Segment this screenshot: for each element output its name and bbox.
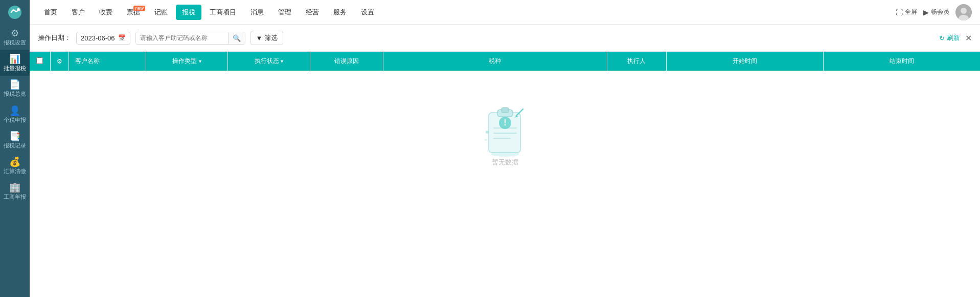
empty-state: ! 暂无数据 <box>30 71 980 198</box>
nav-kehu[interactable]: 客户 <box>65 5 91 20</box>
top-nav: 首页 客户 收费 票据 new 记账 报税 工商项目 消息 管理 经营 服务 设… <box>30 0 980 25</box>
sidebar-label: 汇算清缴 <box>4 168 26 175</box>
topnav-right: ⛶ 全屏 ▶ 畅会员 <box>896 4 972 20</box>
search-icon: 🔍 <box>233 34 241 42</box>
sidebar-label: 工商年报 <box>4 194 26 200</box>
filter-icon: ▼ <box>256 34 263 42</box>
date-label: 操作日期： <box>38 33 71 43</box>
sidebar-item-geshui-shenbao[interactable]: 👤 个税申报 <box>0 102 30 128</box>
batch-tax-icon: 📊 <box>9 54 20 63</box>
svg-point-0 <box>8 6 21 19</box>
page-content: 操作日期： 2023-06-06 📅 🔍 ▼ 筛选 ↻ 刷新 ✕ <box>30 25 980 297</box>
th-settings[interactable]: ⚙ <box>50 52 69 71</box>
close-button[interactable]: ✕ <box>965 33 972 43</box>
nav-shezhi[interactable]: 设置 <box>355 5 380 20</box>
th-zhixing-ren: 执行人 <box>607 52 666 71</box>
data-table: ⚙ 客户名称 操作类型 执行状态 错误原因 <box>30 52 980 198</box>
sidebar-label: 报税总览 <box>4 91 26 97</box>
svg-point-17 <box>485 139 487 141</box>
settlement-icon: 💰 <box>9 157 20 166</box>
empty-illustration: ! <box>480 101 531 158</box>
nav-guanli[interactable]: 管理 <box>272 5 298 20</box>
nav-piaoju[interactable]: 票据 new <box>121 5 146 20</box>
sidebar-item-baoshui-jilu[interactable]: 📑 报税记录 <box>0 128 30 153</box>
nav-xiaoxi[interactable]: 消息 <box>244 5 270 20</box>
nav-jingying[interactable]: 经营 <box>300 5 325 20</box>
table-container[interactable]: ⚙ 客户名称 操作类型 执行状态 错误原因 <box>30 52 980 297</box>
search-input[interactable] <box>136 32 228 44</box>
svg-point-16 <box>486 131 489 134</box>
user-avatar[interactable] <box>955 4 972 20</box>
refresh-button[interactable]: ↻ 刷新 <box>939 33 960 43</box>
sidebar-item-huisuan-jiaona[interactable]: 💰 汇算清缴 <box>0 153 30 179</box>
new-badge: new <box>133 6 145 11</box>
main-area: 首页 客户 收费 票据 new 记账 报税 工商项目 消息 管理 经营 服务 设… <box>30 0 980 297</box>
refresh-icon: ↻ <box>939 34 945 42</box>
settings-icon: ⚙ <box>57 58 62 65</box>
search-box: 🔍 <box>135 32 245 45</box>
search-button[interactable]: 🔍 <box>228 32 245 44</box>
th-cuowu-yuanyin: 错误原因 <box>310 52 383 71</box>
calendar-icon: 📅 <box>118 34 126 41</box>
play-icon: ▶ <box>923 8 929 16</box>
empty-text: 暂无数据 <box>492 158 518 167</box>
toolbar: 操作日期： 2023-06-06 📅 🔍 ▼ 筛选 ↻ 刷新 ✕ <box>30 25 980 52</box>
sidebar-label: 报税设置 <box>4 39 26 46</box>
nav-gongshang-xiangmu[interactable]: 工商项目 <box>203 5 242 20</box>
member-button[interactable]: ▶ 畅会员 <box>923 8 949 16</box>
nav-shoufei[interactable]: 收费 <box>93 5 119 20</box>
annual-report-icon: 🏢 <box>9 183 20 192</box>
fullscreen-icon: ⛶ <box>896 8 903 16</box>
sidebar-item-gongshang-nianbao[interactable]: 🏢 工商年报 <box>0 179 30 204</box>
th-checkbox[interactable] <box>30 52 50 71</box>
nav-jizha[interactable]: 记账 <box>148 5 174 20</box>
fullscreen-button[interactable]: ⛶ 全屏 <box>896 8 917 16</box>
filter-button[interactable]: ▼ 筛选 <box>250 31 284 45</box>
logo[interactable] <box>0 0 30 25</box>
select-all-checkbox[interactable] <box>36 57 43 64</box>
th-caozuo-leixing[interactable]: 操作类型 <box>146 52 228 71</box>
overview-icon: 📄 <box>9 80 20 89</box>
sidebar-item-baoshui-shezhi[interactable]: ⚙ 报税设置 <box>0 25 30 50</box>
th-zhixing-zhuangtai[interactable]: 执行状态 <box>228 52 310 71</box>
th-kaishi-shijian: 开始时间 <box>666 52 823 71</box>
svg-point-15 <box>491 152 519 157</box>
sidebar-label: 报税记录 <box>4 142 26 149</box>
th-shuizhong: 税种 <box>383 52 607 71</box>
svg-point-3 <box>961 8 967 14</box>
th-jieshu-shijian: 结束时间 <box>823 52 980 71</box>
sidebar-label: 个税申报 <box>4 117 26 123</box>
sidebar-item-baoshui-zonglam[interactable]: 📄 报税总览 <box>0 76 30 101</box>
nav-shouye[interactable]: 首页 <box>38 5 63 20</box>
date-value: 2023-06-06 <box>81 34 115 42</box>
date-picker[interactable]: 2023-06-06 📅 <box>76 32 130 45</box>
sidebar-label: 批量报税 <box>4 65 26 72</box>
toolbar-right: ↻ 刷新 ✕ <box>939 33 972 43</box>
records-icon: 📑 <box>9 132 20 141</box>
personal-tax-icon: 👤 <box>9 106 20 115</box>
sidebar-item-piliang-baoshui[interactable]: 📊 批量报税 <box>0 50 30 76</box>
nav-baoshui[interactable]: 报税 <box>176 5 201 20</box>
svg-rect-7 <box>502 108 509 113</box>
nav-fuwu[interactable]: 服务 <box>327 5 353 20</box>
svg-point-1 <box>17 8 20 11</box>
svg-text:!: ! <box>504 118 506 127</box>
th-kehu-mingcheng: 客户名称 <box>69 52 146 71</box>
settings-icon: ⚙ <box>11 29 19 38</box>
sidebar: ⚙ 报税设置 📊 批量报税 📄 报税总览 👤 个税申报 📑 报税记录 💰 汇算清… <box>0 0 30 297</box>
table-header-row: ⚙ 客户名称 操作类型 执行状态 错误原因 <box>30 52 980 71</box>
